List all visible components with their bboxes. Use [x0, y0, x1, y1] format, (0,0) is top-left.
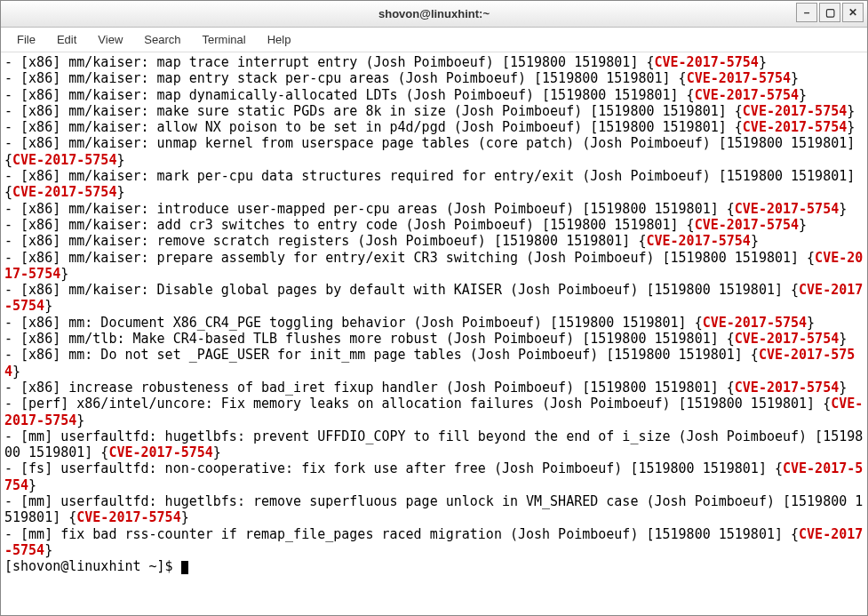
close-button[interactable]: ✕ [842, 3, 864, 22]
cve-id: CVE-2017-5754 [12, 184, 116, 200]
output-line: - [x86] mm/kaiser: Disable global pages … [4, 282, 863, 314]
output-line: - [x86] mm/kaiser: mark per-cpu data str… [4, 168, 863, 200]
cve-id: CVE-2017-5754 [76, 509, 180, 525]
menu-help[interactable]: Help [257, 29, 302, 50]
output-line: - [x86] mm/tlb: Make CR4-based TLB flush… [4, 331, 847, 347]
cve-id: CVE-2017-5754 [743, 103, 847, 119]
terminal-window: shovon@linuxhint:~ – ▢ ✕ File Edit View … [0, 0, 868, 616]
cve-id: CVE-2017-5754 [646, 233, 750, 249]
menu-view[interactable]: View [87, 29, 133, 50]
cve-id: CVE-2017-5754 [703, 315, 807, 331]
output-line: - [x86] mm/kaiser: map trace interrupt e… [4, 54, 767, 70]
cve-id: CVE-2017-5754 [743, 119, 847, 135]
cve-id: CVE-2017-5754 [108, 444, 212, 460]
cve-id: CVE-2017-5754 [735, 331, 839, 347]
menu-terminal[interactable]: Terminal [192, 29, 257, 50]
output-line: - [x86] mm/kaiser: introduce user-mapped… [4, 201, 847, 217]
output-line: - [fs] userfaultfd: non-cooperative: fix… [4, 460, 863, 492]
output-line: - [x86] mm/kaiser: prepare assembly for … [4, 250, 863, 282]
output-line: - [x86] mm/kaiser: make sure static PGDs… [4, 103, 855, 119]
cve-id: CVE-2017-5754 [735, 201, 839, 217]
output-line: - [mm] userfaultfd: hugetlbfs: prevent U… [4, 428, 863, 460]
output-line: - [x86] increase robusteness of bad_iret… [4, 380, 847, 396]
menubar: File Edit View Search Terminal Help [1, 28, 867, 52]
menu-file[interactable]: File [6, 29, 46, 50]
prompt[interactable]: [shovon@linuxhint ~]$ [4, 558, 181, 574]
output-line: - [x86] mm/kaiser: add cr3 switches to e… [4, 217, 807, 233]
minimize-button[interactable]: – [796, 3, 817, 22]
cursor [181, 561, 188, 574]
output-line: - [x86] mm/kaiser: unmap kernel from use… [4, 135, 863, 167]
output-line: - [x86] mm/kaiser: allow NX poison to be… [4, 119, 855, 135]
menu-edit[interactable]: Edit [46, 29, 87, 50]
cve-id: CVE-2017-5754 [12, 152, 116, 168]
cve-id: CVE-2017-5754 [695, 87, 799, 103]
cve-id: CVE-2017-5754 [655, 54, 759, 70]
menu-search[interactable]: Search [133, 29, 191, 50]
output-line: - [x86] mm: Document X86_CR4_PGE togglin… [4, 315, 815, 331]
cve-id: CVE-2017-5754 [735, 380, 839, 396]
cve-id: CVE-2017-5754 [695, 217, 799, 233]
output-line: - [x86] mm: Do not set _PAGE_USER for in… [4, 347, 855, 379]
window-controls: – ▢ ✕ [796, 3, 864, 22]
output-line: - [perf] x86/intel/uncore: Fix memory le… [4, 396, 863, 428]
titlebar[interactable]: shovon@linuxhint:~ – ▢ ✕ [1, 1, 867, 28]
output-line: - [x86] mm/kaiser: remove scratch regist… [4, 233, 759, 249]
maximize-button[interactable]: ▢ [819, 3, 840, 22]
output-line: - [x86] mm/kaiser: map dynamically-alloc… [4, 87, 807, 103]
terminal-output[interactable]: - [x86] mm/kaiser: map trace interrupt e… [1, 52, 867, 615]
output-line: - [x86] mm/kaiser: map entry stack per-c… [4, 70, 799, 86]
window-title: shovon@linuxhint:~ [378, 7, 490, 20]
cve-id: CVE-2017-5754 [687, 70, 791, 86]
output-line: - [mm] fix bad rss-counter if remap_file… [4, 526, 863, 558]
output-line: - [mm] userfaultfd: hugetlbfs: remove su… [4, 493, 863, 525]
